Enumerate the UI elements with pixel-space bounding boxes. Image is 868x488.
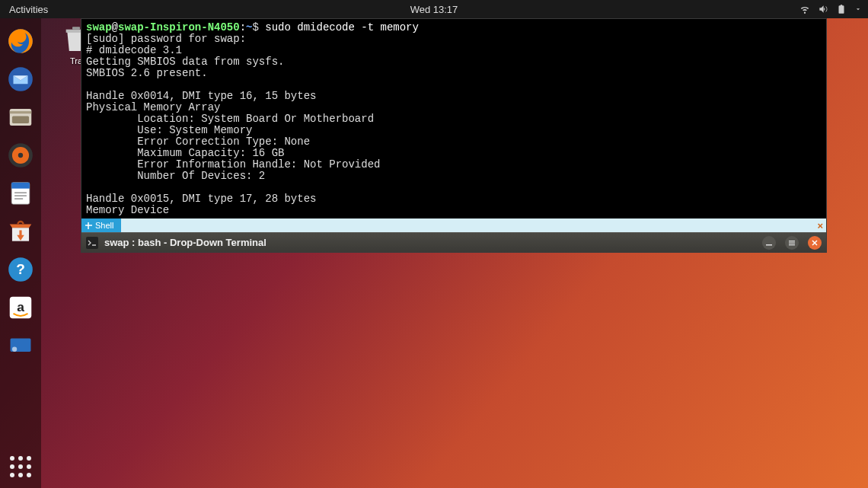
dock-display[interactable] — [4, 329, 37, 362]
svg-rect-0 — [72, 27, 80, 29]
top-bar: Activities Wed 13:17 — [0, 0, 868, 18]
prompt-user: swap — [86, 21, 112, 33]
clock[interactable]: Wed 13:17 — [410, 4, 458, 15]
terminal-titlebar: swap : bash - Drop-Down Terminal — [81, 232, 826, 252]
svg-point-8 — [18, 153, 23, 158]
close-tab-icon[interactable]: × — [817, 220, 823, 231]
svg-point-21 — [12, 347, 17, 352]
show-applications[interactable] — [10, 456, 31, 477]
svg-rect-11 — [14, 192, 27, 193]
chevron-down-icon — [854, 4, 862, 14]
svg-rect-4 — [10, 111, 32, 113]
dock: ? a — [0, 18, 41, 488]
window-title: swap : bash - Drop-Down Terminal — [104, 237, 266, 248]
close-button[interactable] — [808, 236, 822, 250]
dock-thunderbird[interactable] — [4, 62, 37, 96]
prompt-host: swap-Inspiron-N4050 — [118, 21, 240, 33]
minimize-button[interactable] — [762, 236, 776, 250]
svg-rect-13 — [14, 198, 23, 199]
svg-text:a: a — [17, 299, 24, 314]
svg-rect-12 — [14, 195, 27, 196]
dock-rhythmbox[interactable] — [4, 139, 37, 172]
terminal-lines: [sudo] password for swap: # dmidecode 3.… — [86, 33, 380, 216]
activities-button[interactable]: Activities — [9, 4, 48, 15]
battery-icon — [836, 4, 847, 14]
dock-writer[interactable] — [4, 177, 37, 210]
dock-software[interactable] — [4, 215, 37, 248]
svg-rect-5 — [12, 116, 29, 123]
menu-button[interactable] — [785, 236, 799, 250]
dock-firefox[interactable] — [4, 24, 37, 58]
svg-rect-22 — [86, 237, 98, 249]
svg-rect-23 — [766, 244, 772, 246]
dock-help[interactable]: ? — [4, 253, 37, 286]
svg-rect-25 — [789, 242, 795, 243]
shell-tab-label: Shell — [95, 218, 113, 232]
dock-amazon[interactable]: a — [4, 291, 37, 324]
prompt-symbol: $ — [252, 21, 258, 33]
svg-rect-24 — [789, 241, 795, 241]
status-area[interactable] — [799, 4, 862, 14]
svg-rect-26 — [789, 244, 795, 245]
svg-rect-15 — [19, 230, 21, 236]
svg-text:?: ? — [16, 261, 25, 277]
dropdown-terminal: swap@swap-Inspiron-N4050:~$ sudo dmideco… — [81, 18, 827, 253]
command-text: sudo dmidecode -t memory — [265, 21, 419, 33]
dock-files[interactable] — [4, 100, 37, 134]
terminal-icon — [86, 237, 98, 249]
terminal-tabs: Shell × — [81, 218, 826, 232]
volume-icon — [818, 4, 828, 14]
wifi-icon — [799, 4, 810, 14]
svg-rect-10 — [11, 183, 30, 189]
terminal-output[interactable]: swap@swap-Inspiron-N4050:~$ sudo dmideco… — [81, 19, 826, 218]
shell-tab[interactable]: Shell — [81, 218, 121, 232]
add-tab-icon — [85, 222, 93, 230]
